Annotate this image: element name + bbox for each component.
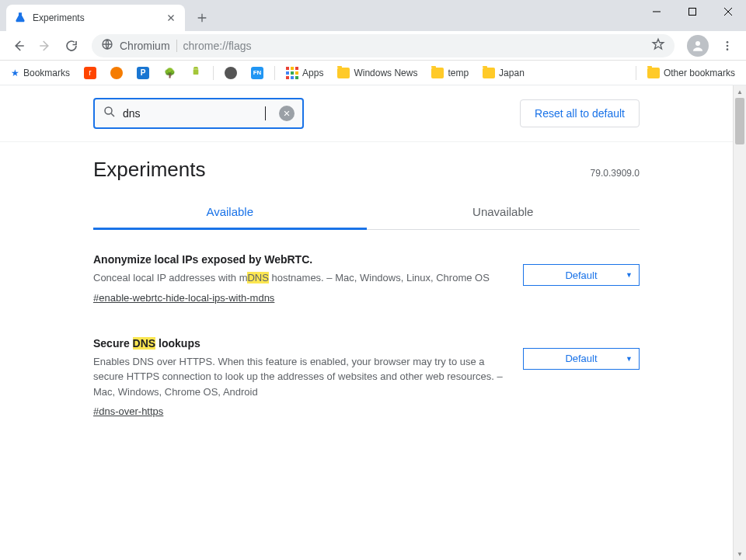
browser-tab[interactable]: Experiments — [6, 5, 185, 31]
new-tab-button[interactable] — [191, 7, 213, 29]
bookmark-item[interactable] — [221, 64, 240, 82]
search-highlight: DNS — [247, 272, 268, 283]
back-button[interactable] — [6, 33, 31, 58]
svg-line-11 — [111, 113, 114, 117]
svg-point-5 — [727, 44, 729, 47]
bookmark-bookmarks[interactable]: ★Bookmarks — [8, 65, 73, 81]
clear-search-button[interactable] — [279, 106, 295, 121]
scrollbar[interactable]: ▲ ▼ — [734, 85, 746, 560]
window-controls — [639, 0, 746, 23]
flag-description: Conceal local IP addresses with mDNS hos… — [93, 270, 504, 286]
other-bookmarks[interactable]: Other bookmarks — [644, 65, 738, 81]
omnibox-separator — [176, 40, 177, 52]
page-content: Reset all to default Experiments 79.0.39… — [0, 85, 734, 560]
reload-button[interactable] — [59, 33, 84, 58]
page-header: Experiments 79.0.3909.0 — [0, 142, 733, 188]
address-bar[interactable]: Chromium chrome://flags — [92, 34, 675, 57]
bookmark-star-icon[interactable] — [651, 37, 665, 54]
svg-point-6 — [727, 48, 729, 50]
bookmark-item[interactable] — [186, 63, 205, 82]
folder-icon — [431, 68, 444, 78]
flag-select-value: Default — [565, 353, 597, 364]
flag-item: Anonymize local IPs exposed by WebRTC. C… — [93, 253, 640, 304]
scroll-up-icon[interactable]: ▲ — [734, 85, 746, 98]
browser-toolbar: Chromium chrome://flags — [0, 31, 746, 61]
bookmark-item[interactable]: r — [81, 64, 99, 82]
svg-rect-1 — [689, 9, 696, 16]
bookmark-folder[interactable]: temp — [428, 65, 472, 81]
search-input[interactable] — [123, 107, 259, 120]
favicon-icon: r — [84, 67, 96, 79]
flag-title: Anonymize local IPs exposed by WebRTC. — [93, 253, 504, 266]
search-row: Reset all to default — [0, 85, 733, 142]
flag-select[interactable]: Default — [523, 348, 640, 370]
bookmark-folder[interactable]: Japan — [479, 65, 528, 81]
apps-grid-icon — [286, 67, 298, 79]
profile-button[interactable] — [687, 35, 709, 57]
flag-description: Enables DNS over HTTPS. When this featur… — [93, 354, 504, 400]
bookmark-label: Bookmarks — [23, 68, 70, 78]
bookmark-item[interactable]: P — [134, 64, 152, 82]
flag-select[interactable]: Default — [523, 264, 640, 286]
favicon-icon: P — [137, 67, 149, 79]
tab-unavailable[interactable]: Unavailable — [367, 196, 640, 230]
titlebar: Experiments — [0, 0, 746, 31]
bookmark-separator — [274, 66, 275, 80]
kebab-menu-icon[interactable] — [715, 33, 740, 58]
svg-point-10 — [105, 107, 112, 114]
bookmark-apps[interactable]: Apps — [283, 64, 326, 82]
svg-rect-7 — [193, 69, 199, 75]
globe-icon — [101, 38, 113, 54]
folder-icon — [647, 68, 660, 78]
bookmark-separator — [636, 66, 636, 80]
bookmark-item[interactable]: 🌳 — [160, 64, 179, 82]
bookmark-folder[interactable]: Windows News — [334, 65, 420, 81]
favicon-icon: 🌳 — [163, 67, 176, 79]
flask-icon — [14, 12, 26, 24]
reset-all-button[interactable]: Reset all to default — [520, 99, 640, 127]
star-icon: ★ — [11, 68, 19, 78]
bookmark-label: Other bookmarks — [664, 68, 735, 78]
bookmark-label: Japan — [499, 68, 525, 78]
bookmark-label: temp — [448, 68, 469, 78]
omnibox-product: Chromium — [120, 40, 170, 52]
bookmark-label: Apps — [302, 68, 323, 78]
page-title: Experiments — [93, 158, 206, 182]
tab-title: Experiments — [33, 12, 165, 23]
flag-anchor-link[interactable]: #dns-over-https — [93, 405, 163, 417]
scrollbar-thumb[interactable] — [735, 98, 744, 144]
forward-button[interactable] — [33, 33, 58, 58]
android-icon — [190, 65, 202, 80]
bookmark-item[interactable] — [107, 64, 126, 82]
version-label: 79.0.3909.0 — [591, 168, 640, 179]
flag-title: Secure DNS lookups — [93, 337, 504, 350]
tabs-row: Available Unavailable — [0, 188, 733, 230]
flags-list: Anonymize local IPs exposed by WebRTC. C… — [0, 230, 733, 474]
flag-anchor-link[interactable]: #enable-webrtc-hide-local-ips-with-mdns — [93, 292, 274, 304]
folder-icon — [483, 68, 495, 78]
text-cursor — [265, 106, 266, 120]
close-icon[interactable] — [165, 12, 177, 24]
svg-point-4 — [727, 41, 729, 43]
svg-point-3 — [695, 41, 700, 46]
close-window-button[interactable] — [710, 0, 746, 23]
favicon-icon — [110, 67, 123, 79]
scroll-down-icon[interactable]: ▼ — [734, 548, 746, 560]
bookmarks-bar: ★Bookmarks r P 🌳 FN Apps Windows News te… — [0, 61, 746, 85]
minimize-button[interactable] — [639, 0, 675, 23]
bookmark-separator — [213, 66, 214, 80]
bookmark-item[interactable]: FN — [248, 64, 267, 82]
omnibox-url: chrome://flags — [183, 40, 645, 52]
tab-available[interactable]: Available — [93, 196, 367, 230]
search-box[interactable] — [93, 98, 304, 129]
maximize-button[interactable] — [675, 0, 710, 23]
bookmark-label: Windows News — [354, 68, 417, 78]
flag-select-value: Default — [565, 270, 597, 281]
globe-icon — [225, 67, 237, 79]
search-icon — [103, 105, 117, 122]
search-highlight: DNS — [133, 337, 156, 350]
folder-icon — [337, 68, 350, 78]
flag-item: Secure DNS lookups Enables DNS over HTTP… — [93, 337, 640, 419]
favicon-icon: FN — [251, 67, 263, 79]
